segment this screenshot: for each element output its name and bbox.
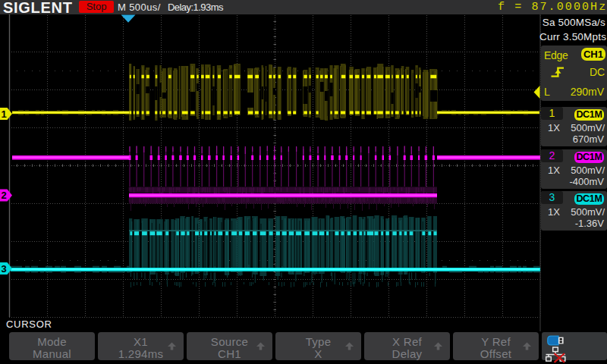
svg-text:2: 2: [1, 190, 6, 201]
svg-text:1: 1: [1, 108, 6, 120]
svg-text:3: 3: [1, 263, 6, 275]
